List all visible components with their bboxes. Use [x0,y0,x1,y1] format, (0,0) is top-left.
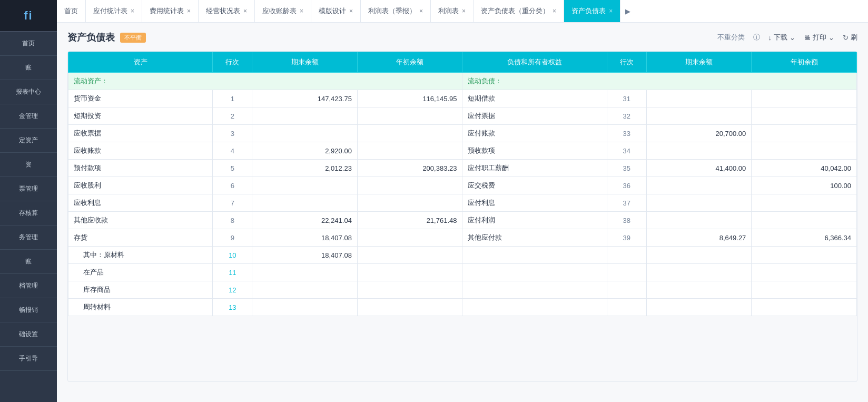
sidebar-item-fixed-assets[interactable]: 定资产 [0,129,57,153]
tab-bar: 首页 应付统计表× 费用统计表× 经营状况表× 应收账龄表× 模版设计× 利润表… [57,0,868,23]
liability-label [462,281,607,299]
row-num: 12 [213,281,252,299]
tab-template-design[interactable]: 模版设计× [311,0,361,22]
sidebar-item-guide[interactable]: 手引导 [0,347,57,371]
table-row: 其他应收款 8 22,241.04 21,761.48 应付利润 38 [68,212,857,229]
year-start2 [752,107,857,125]
download-icon: ↓ [768,34,772,42]
end-balance2: 41,400.00 [646,160,752,177]
sidebar-item-report-center[interactable]: 报表中心 [0,80,57,104]
sidebar-item-ticket-mgmt[interactable]: 票管理 [0,177,57,201]
col-rownum2: 行次 [607,52,646,73]
table-section-header-row: 流动资产： 流动负债： [68,73,857,90]
asset-label: 短期投资 [68,107,213,125]
tab-profit-quarterly[interactable]: 利润表（季报）× [361,0,431,22]
table-row: 其中：原材料 10 18,407.08 [68,247,857,264]
end-balance2 [646,212,752,229]
end-balance2: 8,649.27 [646,229,752,247]
row-num2 [607,299,646,316]
print-button[interactable]: 🖶 打印 ⌄ [804,33,834,42]
sidebar-item-investment[interactable]: 资 [0,153,57,177]
download-chevron-icon: ⌄ [790,34,795,42]
balance-sheet-table: 资产 行次 期末余额 年初余额 负债和所有者权益 行次 期末余额 年初余额 流动… [68,52,857,316]
end-balance2 [646,177,752,194]
year-start [357,194,462,212]
tab-scroll-right[interactable]: ▶ [620,0,635,22]
asset-label: 应收账款 [68,142,213,160]
tab-home[interactable]: 首页 [57,0,86,22]
row-num: 3 [213,125,252,142]
row-num2: 31 [607,90,646,107]
page-header: 资产负债表 不平衡 不重分类 ⓘ ↓ 下载 ⌄ 🖶 打印 ⌄ [67,31,857,44]
year-start2 [752,90,857,107]
tab-operation-status[interactable]: 经营状况表× [199,0,255,22]
tab-receivable-aging[interactable]: 应收账龄表× [255,0,311,22]
row-num2: 37 [607,194,646,212]
year-start: 116,145.95 [357,90,462,107]
sidebar-item-inventory[interactable]: 存核算 [0,201,57,225]
tab-expense-stats[interactable]: 费用统计表× [142,0,199,22]
year-start [357,281,462,299]
liability-label: 预收款项 [462,142,607,160]
sidebar-item-cash-mgmt[interactable]: 金管理 [0,104,57,129]
table-row: 应收票据 3 应付账款 33 20,700.00 [68,125,857,142]
liability-label: 短期借款 [462,90,607,107]
tab-close-profit[interactable]: × [462,7,466,15]
sidebar-item-account[interactable]: 账 [0,56,57,80]
end-balance: 18,407.08 [252,247,358,264]
year-start [357,107,462,125]
year-start2 [752,125,857,142]
refresh-button[interactable]: ↻ 刷 [843,33,857,42]
content-area: 资产负债表 不平衡 不重分类 ⓘ ↓ 下载 ⌄ 🖶 打印 ⌄ [57,23,868,402]
sidebar-item-expense[interactable]: 畅报销 [0,298,57,322]
sidebar: fi 首页 账 报表中心 金管理 定资产 资 票管理 存核算 务管理 账 档管理… [0,0,57,402]
tab-close-balance-sheet[interactable]: × [609,7,613,15]
row-num: 6 [213,177,252,194]
tab-close-template-design[interactable]: × [349,7,353,15]
asset-label: 货币资金 [68,90,213,107]
tab-payable-stats[interactable]: 应付统计表× [86,0,142,22]
row-num: 13 [213,299,252,316]
print-chevron-icon: ⌄ [828,34,834,42]
end-balance: 147,423.75 [252,90,358,107]
sidebar-item-ledger[interactable]: 账 [0,250,57,274]
year-start [357,142,462,160]
asset-label: 应收利息 [68,194,213,212]
col-rownum: 行次 [213,52,252,73]
printer-icon: 🖶 [804,34,811,42]
asset-label: 其中：原材料 [68,247,213,264]
end-balance2 [646,264,752,281]
col-year-start-balance2: 年初余额 [752,52,857,73]
sidebar-item-tax-mgmt[interactable]: 务管理 [0,225,57,250]
section-liability-label: 流动负债： [462,73,857,90]
end-balance [252,194,358,212]
tab-close-receivable-aging[interactable]: × [300,7,303,15]
tab-close-operation-status[interactable]: × [243,7,247,15]
sidebar-item-archive[interactable]: 档管理 [0,274,57,298]
end-balance [252,107,358,125]
download-button[interactable]: ↓ 下载 ⌄ [768,33,796,42]
tab-close-payable-stats[interactable]: × [131,7,134,15]
year-start2 [752,212,857,229]
year-start2 [752,281,857,299]
table-row: 应收账款 4 2,920.00 预收款项 34 [68,142,857,160]
tab-close-expense-stats[interactable]: × [187,7,191,15]
liability-label [462,299,607,316]
col-end-balance2: 期末余额 [646,52,752,73]
tab-profit[interactable]: 利润表× [431,0,474,22]
table-header-row: 资产 行次 期末余额 年初余额 负债和所有者权益 行次 期末余额 年初余额 [68,52,857,73]
liability-label: 应付账款 [462,125,607,142]
unbalanced-badge: 不平衡 [120,33,146,43]
sidebar-item-settings[interactable]: 础设置 [0,322,57,347]
end-balance [252,177,358,194]
tab-close-profit-quarterly[interactable]: × [419,7,423,15]
no-reclassify-label: 不重分类 [717,33,745,42]
tab-balance-sheet[interactable]: 资产负债表× [564,0,620,22]
sidebar-item-home[interactable]: 首页 [0,32,57,56]
year-start2: 100.00 [752,177,857,194]
year-start [357,264,462,281]
help-icon[interactable]: ⓘ [753,33,760,42]
tab-close-balance-reclassify[interactable]: × [553,7,556,15]
row-num: 4 [213,142,252,160]
tab-balance-reclassify[interactable]: 资产负债表（重分类）× [474,0,564,22]
